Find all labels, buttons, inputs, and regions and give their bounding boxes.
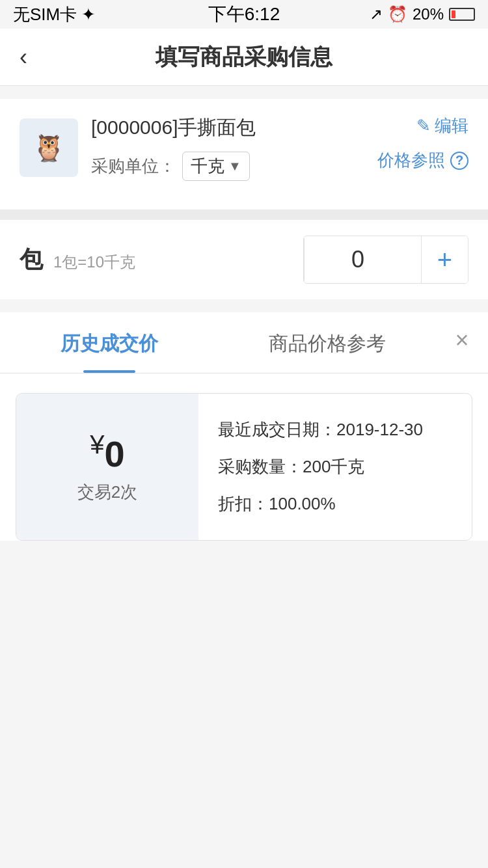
tab-underline — [83, 370, 135, 373]
purchase-qty-value: 200千克 — [303, 457, 364, 476]
product-left: 🦉 [0000006]手撕面包 采购单位： 千克 ▼ — [20, 115, 256, 181]
tabs-section: 历史成交价 商品价格参考 × ¥0 交易2次 最近成交日期：2019-12-30… — [0, 312, 488, 541]
quantity-input[interactable] — [304, 236, 421, 283]
product-info: [0000006]手撕面包 采购单位： 千克 ▼ — [91, 115, 256, 181]
quantity-label-group: 包 1包=10千克 — [20, 244, 135, 276]
info-icon: ? — [450, 152, 468, 170]
edit-label: 编辑 — [435, 115, 468, 137]
main-content — [0, 560, 488, 868]
price-value: 0 — [105, 433, 125, 474]
carrier-text: 无SIM卡 ✦ — [13, 3, 96, 26]
alarm-icon: ⏰ — [388, 5, 407, 23]
battery-icon — [449, 8, 475, 21]
product-unit-row: 采购单位： 千克 ▼ — [91, 152, 256, 181]
status-bar: 无SIM卡 ✦ 下午6:12 ↗ ⏰ 20% — [0, 0, 488, 29]
discount-label: 折扣： — [218, 494, 269, 513]
quantity-unit: 包 — [20, 244, 43, 276]
tab-product-price-ref[interactable]: 商品价格参考 — [218, 312, 436, 373]
discount-row: 折扣：100.00% — [218, 491, 452, 517]
price-reference-button[interactable]: 价格参照 ? — [377, 149, 468, 172]
history-card-left: ¥0 交易2次 — [16, 394, 198, 540]
unit-label: 采购单位： — [91, 155, 176, 178]
discount-value: 100.00% — [269, 494, 336, 513]
tabs-header: 历史成交价 商品价格参考 × — [0, 312, 488, 373]
quantity-section: 包 1包=10千克 + — [0, 220, 488, 299]
price-display: ¥0 — [90, 430, 124, 475]
battery-percent: 20% — [413, 5, 444, 23]
product-name: [0000006]手撕面包 — [91, 115, 256, 141]
location-icon: ↗ — [370, 5, 383, 23]
price-ref-label: 价格参照 — [377, 149, 445, 172]
product-image: 🦉 — [20, 118, 78, 177]
recent-date-row: 最近成交日期：2019-12-30 — [218, 417, 452, 442]
quantity-conversion: 1包=10千克 — [53, 252, 135, 273]
tab-history-price[interactable]: 历史成交价 — [0, 312, 218, 373]
history-card-right: 最近成交日期：2019-12-30 采购数量：200千克 折扣：100.00% — [198, 394, 472, 540]
dropdown-arrow-icon: ▼ — [228, 159, 241, 174]
purchase-qty-label: 采购数量： — [218, 457, 303, 476]
section-divider — [0, 210, 488, 220]
status-icons: ↗ ⏰ 20% — [370, 5, 475, 23]
history-card: ¥0 交易2次 最近成交日期：2019-12-30 采购数量：200千克 折扣：… — [16, 393, 472, 541]
tab-product-label: 商品价格参考 — [269, 332, 386, 354]
currency-symbol: ¥ — [90, 430, 104, 459]
edit-button[interactable]: ✎ 编辑 — [416, 115, 468, 137]
quantity-plus-button[interactable]: + — [421, 236, 468, 283]
unit-value: 千克 — [191, 155, 224, 178]
trade-count: 交易2次 — [77, 481, 137, 504]
time-text: 下午6:12 — [208, 2, 280, 27]
edit-icon: ✎ — [416, 116, 431, 136]
tab-history-label: 历史成交价 — [61, 332, 158, 354]
recent-date-label: 最近成交日期： — [218, 420, 336, 439]
product-thumbnail-icon: 🦉 — [33, 133, 65, 163]
product-section: 🦉 [0000006]手撕面包 采购单位： 千克 ▼ ✎ 编辑 价格参照 — [0, 99, 488, 210]
purchase-qty-row: 采购数量：200千克 — [218, 454, 452, 480]
page-title: 填写商品采购信息 — [156, 42, 332, 72]
back-button[interactable]: ‹ — [20, 44, 27, 71]
unit-dropdown[interactable]: 千克 ▼ — [182, 152, 250, 181]
product-actions: ✎ 编辑 价格参照 ? — [377, 115, 468, 172]
tab-close-button[interactable]: × — [436, 327, 488, 359]
recent-date-value: 2019-12-30 — [336, 420, 423, 439]
quantity-controls: + — [303, 236, 468, 284]
product-header: 🦉 [0000006]手撕面包 采购单位： 千克 ▼ ✎ 编辑 价格参照 — [20, 115, 468, 181]
nav-bar: ‹ 填写商品采购信息 — [0, 29, 488, 86]
